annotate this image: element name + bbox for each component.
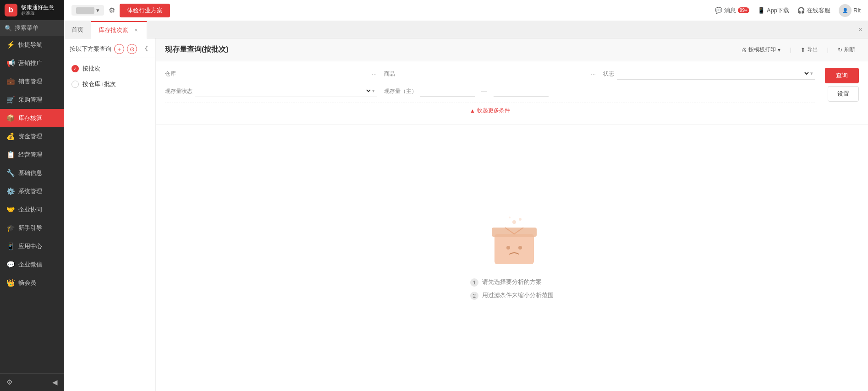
sidebar-item-label: 采购管理 [18,96,42,104]
sidebar-item-label: 应用中心 [18,242,42,250]
add-scheme-button[interactable]: + [114,44,124,54]
user-profile-button[interactable]: 👤 Rit [839,4,861,17]
chevron-down-icon: ▾ [810,71,813,76]
collapse-more-button[interactable]: ▲ 收起更多条件 [165,103,815,118]
query-button[interactable]: 查询 [825,68,859,83]
scheme-item-by-batch[interactable]: ✓ 按批次 [64,61,155,76]
tab-bar-close-all[interactable]: × [853,26,868,34]
tab-home-label: 首页 [71,26,83,34]
app-download-button[interactable]: 📱 App下载 [758,6,789,15]
tab-home[interactable]: 首页 [64,21,91,38]
stock-quantity-from[interactable] [420,86,475,97]
newbie-icon: 🎓 [6,224,15,232]
chevron-up-icon: ▲ [470,108,475,114]
tab-batch-stock-label: 库存批次账 [99,26,128,34]
print-template-button[interactable]: 🖨 按模板打印 ▾ [737,44,784,55]
sidebar-item-member[interactable]: 👑 畅会员 [0,274,64,292]
online-service-button[interactable]: 🎧 在线客服 [797,6,830,15]
trial-industry-button[interactable]: 体验行业方案 [120,4,170,17]
export-icon: ⬆ [801,47,805,53]
scheme-inactive-dot [71,81,79,88]
sidebar-item-newbie[interactable]: 🎓 新手引导 [0,219,64,237]
refresh-label: 刷新 [844,46,855,54]
search-menu-label: 搜索菜单 [15,24,38,32]
topbar-left: ▾ ⚙ 体验行业方案 [71,4,170,17]
content-area: 按以下方案查询 + ⊙ 《 ✓ 按批次 [64,38,868,391]
sidebar-item-label: 经营管理 [18,151,42,159]
gear-icon: ⊙ [130,46,135,53]
phone-icon: 📱 [758,7,765,14]
sidebar-item-wechat[interactable]: 💬 企业微信 [0,255,64,274]
chevron-down-icon: ▾ [96,7,99,14]
sidebar-item-sales[interactable]: 💼 销售管理 [0,72,64,91]
sidebar-item-basic[interactable]: 🔧 基础信息 [0,164,64,182]
add-icon: + [117,46,121,53]
svg-point-3 [518,246,522,250]
stock-quantity-to[interactable] [494,86,549,97]
tab-bar: 首页 库存批次账 × × [64,21,868,38]
empty-illustration [484,212,539,267]
refresh-button[interactable]: ↻ 刷新 [834,44,859,55]
app-download-label: App下载 [767,6,789,15]
filter-settings-button[interactable]: 设置 [828,86,859,102]
sidebar-item-system[interactable]: ⚙️ 系统管理 [0,182,64,201]
footer-collapse-icon[interactable]: ◀ [52,378,58,386]
sales-icon: 💼 [6,77,15,86]
warehouse-input[interactable] [179,68,367,79]
inventory-icon: 📦 [6,114,15,122]
workspace-dropdown[interactable]: ▾ [71,5,104,16]
sidebar-item-operations[interactable]: 📋 经营管理 [0,146,64,164]
svg-point-6 [509,217,511,218]
sidebar-item-marketing[interactable]: 📢 营销推广 [0,54,64,72]
sidebar-item-label: 销售管理 [18,77,42,86]
filter-row-2: 现存量状态 ▾ 现存量（主） [165,85,815,97]
finance-icon: 💰 [6,132,15,141]
hint-num-1: 1 [470,278,478,287]
tab-close-icon[interactable]: × [133,27,139,33]
scheme-settings-button[interactable]: ⊙ [127,44,137,54]
stock-status-select-wrapper: ▾ [195,85,377,97]
sidebar: b 畅康通好生意 标准版 🔍 搜索菜单 ⚡ 快捷导航 📢 营销推广 💼 销售管理… [0,0,64,391]
product-more-icon[interactable]: ··· [591,71,596,77]
sidebar-item-enterprise[interactable]: 🤝 企业协同 [0,201,64,219]
collapse-panel-button[interactable]: 《 [140,44,150,54]
warehouse-more-icon[interactable]: ··· [372,71,377,77]
footer-settings-icon[interactable]: ⚙ [6,378,12,386]
svg-point-2 [506,246,510,250]
sidebar-item-inventory[interactable]: 📦 库存核算 [0,109,64,127]
export-button[interactable]: ⬆ 导出 [797,44,822,55]
chevron-down-icon: ▾ [372,88,375,94]
sidebar-item-purchase[interactable]: 🛒 采购管理 [0,91,64,109]
topbar: ▾ ⚙ 体验行业方案 💬 消息 99+ 📱 App下载 🎧 在线客服 👤 Rit [64,0,868,21]
apps-icon: 📱 [6,242,15,250]
sidebar-header: b 畅康通好生意 标准版 [0,0,64,20]
sidebar-item-quick-nav[interactable]: ⚡ 快捷导航 [0,36,64,54]
sidebar-item-apps[interactable]: 📱 应用中心 [0,237,64,255]
collapse-label: 收起更多条件 [477,107,510,114]
brand-name: 畅康通好生意 [21,4,54,11]
stock-status-label: 现存量状态 [165,87,192,95]
system-icon: ⚙️ [6,187,15,196]
warehouse-filter: 仓库 ··· [165,68,377,79]
product-filter: 商品 ··· [384,68,596,79]
filter-buttons: 查询 设置 [822,68,859,102]
product-input[interactable] [398,68,586,79]
svg-rect-1 [492,228,537,237]
main-area: ▾ ⚙ 体验行业方案 💬 消息 99+ 📱 App下载 🎧 在线客服 👤 Rit [64,0,868,391]
export-label: 导出 [807,46,818,54]
svg-rect-0 [494,234,534,264]
settings-gear-icon[interactable]: ⚙ [109,6,115,15]
message-button[interactable]: 💬 消息 99+ [715,6,749,15]
status-select[interactable]: 全部 启用 停用 [617,68,810,79]
sidebar-item-label: 企业微信 [18,261,42,269]
sidebar-item-label: 畅会员 [18,279,36,287]
stock-status-select[interactable] [195,85,372,97]
scheme-label: 按批次 [82,65,100,73]
search-menu[interactable]: 🔍 搜索菜单 [0,20,64,36]
left-panel-header: 按以下方案查询 + ⊙ 《 [64,38,155,58]
sidebar-item-label: 系统管理 [18,187,42,196]
empty-state: 1 请先选择要分析的方案 2 用过滤条件来缩小分析范围 [156,125,868,391]
sidebar-item-finance[interactable]: 💰 资金管理 [0,127,64,146]
tab-batch-stock[interactable]: 库存批次账 × [91,21,147,38]
scheme-item-by-warehouse-batch[interactable]: 按仓库+批次 [64,76,155,92]
